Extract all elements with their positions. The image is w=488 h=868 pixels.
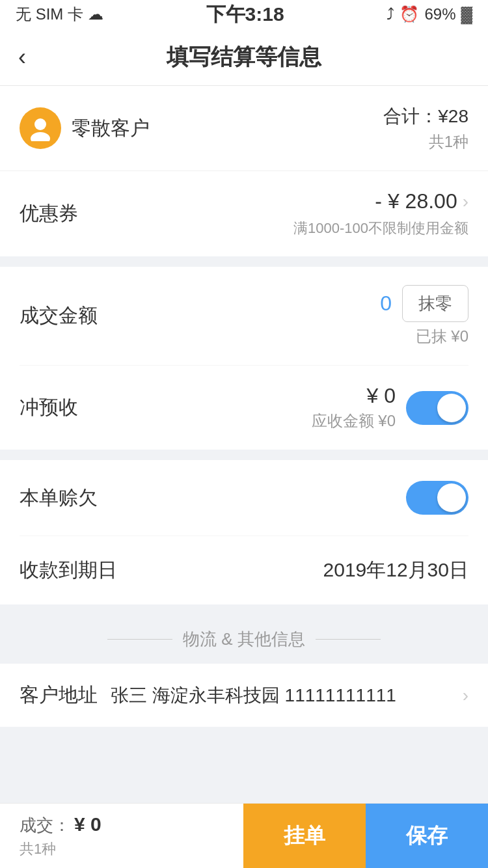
coupon-amount: - ¥ 28.00 <box>375 189 457 213</box>
deal-amount-sub: 已抹 ¥0 <box>416 326 468 347</box>
address-label: 客户地址 <box>20 682 98 709</box>
logistics-line-right <box>316 639 381 640</box>
battery-level: 69% <box>424 5 455 23</box>
address-value: 张三 海淀永丰科技园 11111111111 <box>111 683 463 708</box>
svg-point-1 <box>31 132 50 141</box>
due-date-row: 收款到期日 2019年12月30日 <box>20 536 468 604</box>
bottom-info: 成交： ¥ 0 共1种 <box>0 804 243 868</box>
coupon-desc: 满1000-100不限制使用金额 <box>293 219 468 238</box>
debt-toggle-knob <box>437 483 466 512</box>
due-date-label: 收款到期日 <box>20 557 117 584</box>
status-right: ⤴ ⏰ 69% ▓ <box>386 5 472 23</box>
debt-label: 本单赊欠 <box>20 485 98 511</box>
customer-avatar <box>20 107 61 149</box>
status-left: 无 SIM 卡 ☁ <box>16 4 103 25</box>
round-zero-button[interactable]: 抹零 <box>402 285 468 322</box>
deal-amount-value[interactable]: 0 <box>380 292 392 316</box>
coupon-row[interactable]: 优惠券 - ¥ 28.00 › 满1000-100不限制使用金额 <box>0 170 488 256</box>
suspend-button[interactable]: 挂单 <box>243 804 366 868</box>
bottom-count: 共1种 <box>20 839 224 859</box>
deal-amount-row: 成交金额 0 抹零 已抹 ¥0 <box>20 267 468 366</box>
logistics-header: 物流 & 其他信息 <box>0 615 488 664</box>
page-title: 填写结算等信息 <box>167 42 321 72</box>
location-icon: ⤴ <box>386 5 394 23</box>
sim-status: 无 SIM 卡 ☁ <box>16 4 103 25</box>
debt-row: 本单赊欠 <box>20 460 468 536</box>
address-row[interactable]: 客户地址 张三 海淀永丰科技园 11111111111 › <box>0 664 488 727</box>
bottom-spacer <box>0 727 488 805</box>
customer-left: 零散客户 <box>20 107 150 149</box>
nav-bar: ‹ 填写结算等信息 <box>0 29 488 86</box>
logistics-title: 物流 & 其他信息 <box>183 628 305 651</box>
status-time: 下午3:18 <box>206 1 284 28</box>
customer-total: 合计：¥28 <box>383 104 468 129</box>
advance-toggle[interactable] <box>406 391 468 425</box>
person-icon <box>27 115 53 141</box>
back-button[interactable]: ‹ <box>18 44 26 71</box>
save-button[interactable]: 保存 <box>366 804 488 868</box>
alarm-icon: ⏰ <box>400 5 419 23</box>
debt-section: 本单赊欠 收款到期日 2019年12月30日 <box>0 460 488 604</box>
svg-point-0 <box>34 118 46 130</box>
battery-icon: ▓ <box>461 5 472 23</box>
deal-amount-label: 成交金额 <box>20 303 98 329</box>
customer-summary: 合计：¥28 共1种 <box>383 104 468 152</box>
customer-count: 共1种 <box>383 131 468 152</box>
customer-name: 零散客户 <box>72 115 150 142</box>
address-chevron-icon: › <box>463 685 468 706</box>
bottom-bar: 成交： ¥ 0 共1种 挂单 保存 <box>0 803 488 868</box>
advance-value: ¥ 0 <box>312 384 396 408</box>
customer-section: 零散客户 合计：¥28 共1种 优惠券 - ¥ 28.00 › 满1000-10… <box>0 86 488 256</box>
debt-toggle[interactable] <box>406 481 468 515</box>
address-section: 客户地址 张三 海淀永丰科技园 11111111111 › <box>0 664 488 727</box>
customer-row: 零散客户 合计：¥28 共1种 <box>0 86 488 170</box>
logistics-header-line: 物流 & 其他信息 <box>20 628 468 651</box>
due-date-value[interactable]: 2019年12月30日 <box>323 557 468 584</box>
bottom-amount: ¥ 0 <box>74 813 102 835</box>
coupon-label: 优惠券 <box>20 200 78 227</box>
advance-row: 冲预收 ¥ 0 应收金额 ¥0 <box>20 366 468 450</box>
logistics-line-left <box>107 639 172 640</box>
bottom-deal-label: 成交： <box>20 814 70 837</box>
coupon-chevron-icon: › <box>463 191 468 212</box>
status-bar: 无 SIM 卡 ☁ 下午3:18 ⤴ ⏰ 69% ▓ <box>0 0 488 29</box>
toggle-knob <box>437 394 466 422</box>
advance-sub: 应收金额 ¥0 <box>312 411 396 431</box>
transaction-section: 成交金额 0 抹零 已抹 ¥0 冲预收 ¥ 0 应收金额 ¥0 <box>0 267 488 450</box>
advance-label: 冲预收 <box>20 394 78 421</box>
